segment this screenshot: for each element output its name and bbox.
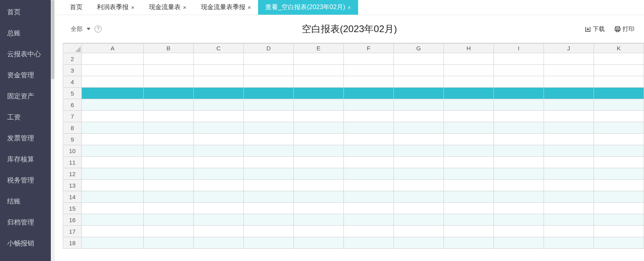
cell-D8[interactable] (243, 122, 293, 134)
cell-B11[interactable] (143, 157, 193, 168)
cell-G17[interactable] (393, 226, 443, 237)
cell-E9[interactable] (293, 134, 343, 145)
cell-C13[interactable] (193, 180, 243, 191)
cell-G12[interactable] (393, 168, 443, 180)
cell-G10[interactable] (393, 145, 443, 157)
cell-H5[interactable] (443, 88, 494, 99)
cell-E11[interactable] (293, 157, 343, 168)
cell-I14[interactable] (494, 191, 544, 203)
cell-G13[interactable] (393, 180, 443, 191)
row-header-6[interactable]: 6 (63, 99, 82, 111)
cell-B16[interactable] (143, 214, 193, 226)
cell-D14[interactable] (243, 191, 293, 203)
cell-K8[interactable] (594, 122, 644, 134)
cell-E2[interactable] (293, 53, 343, 65)
cell-I3[interactable] (494, 65, 544, 76)
cell-F13[interactable] (343, 180, 393, 191)
cell-A10[interactable] (82, 145, 144, 157)
cell-G8[interactable] (393, 122, 443, 134)
cell-K9[interactable] (594, 134, 644, 145)
cell-K5[interactable] (594, 88, 644, 99)
cell-E7[interactable] (293, 111, 343, 122)
cell-I9[interactable] (494, 134, 544, 145)
sidebar-item-9[interactable]: 结账 (0, 191, 51, 212)
cell-G6[interactable] (393, 99, 443, 111)
cell-I15[interactable] (494, 203, 544, 214)
cell-H18[interactable] (443, 237, 494, 249)
cell-E4[interactable] (293, 76, 343, 88)
sidebar-item-3[interactable]: 资金管理 (0, 65, 51, 86)
select-all-corner[interactable] (63, 44, 82, 53)
column-header-G[interactable]: G (393, 44, 443, 53)
cell-J15[interactable] (544, 203, 594, 214)
cell-D11[interactable] (243, 157, 293, 168)
column-header-H[interactable]: H (443, 44, 494, 53)
cell-J16[interactable] (544, 214, 594, 226)
cell-B6[interactable] (143, 99, 193, 111)
tab-0[interactable]: 首页 (63, 0, 90, 15)
cell-I16[interactable] (494, 214, 544, 226)
cell-C11[interactable] (193, 157, 243, 168)
sidebar-item-10[interactable]: 归档管理 (0, 212, 51, 233)
cell-E10[interactable] (293, 145, 343, 157)
cell-D18[interactable] (243, 237, 293, 249)
sidebar-item-11[interactable]: 小畅报销 (0, 233, 51, 254)
column-header-J[interactable]: J (544, 44, 594, 53)
row-header-5[interactable]: 5 (63, 88, 82, 99)
cell-D2[interactable] (243, 53, 293, 65)
row-header-18[interactable]: 18 (63, 237, 82, 249)
close-icon[interactable]: × (248, 4, 251, 11)
cell-A2[interactable] (82, 53, 144, 65)
cell-G15[interactable] (393, 203, 443, 214)
cell-K10[interactable] (594, 145, 644, 157)
column-header-D[interactable]: D (243, 44, 293, 53)
cell-J10[interactable] (544, 145, 594, 157)
sidebar-scroll-thumb[interactable] (51, 0, 54, 79)
cell-K17[interactable] (594, 226, 644, 237)
cell-K13[interactable] (594, 180, 644, 191)
cell-I10[interactable] (494, 145, 544, 157)
cell-I7[interactable] (494, 111, 544, 122)
cell-D4[interactable] (243, 76, 293, 88)
cell-C4[interactable] (193, 76, 243, 88)
cell-B10[interactable] (143, 145, 193, 157)
cell-E3[interactable] (293, 65, 343, 76)
cell-E12[interactable] (293, 168, 343, 180)
cell-A4[interactable] (82, 76, 144, 88)
cell-A12[interactable] (82, 168, 144, 180)
print-button[interactable]: 打印 (614, 25, 634, 33)
cell-A18[interactable] (82, 237, 144, 249)
cell-C2[interactable] (193, 53, 243, 65)
cell-I13[interactable] (494, 180, 544, 191)
close-icon[interactable]: × (183, 4, 187, 11)
cell-F7[interactable] (343, 111, 393, 122)
close-icon[interactable]: × (347, 4, 351, 11)
cell-A9[interactable] (82, 134, 144, 145)
cell-C8[interactable] (193, 122, 243, 134)
cell-G14[interactable] (393, 191, 443, 203)
cell-F14[interactable] (343, 191, 393, 203)
cell-J3[interactable] (544, 65, 594, 76)
cell-A3[interactable] (82, 65, 144, 76)
cell-K7[interactable] (594, 111, 644, 122)
cell-J8[interactable] (544, 122, 594, 134)
cell-J6[interactable] (544, 99, 594, 111)
cell-F3[interactable] (343, 65, 393, 76)
cell-B17[interactable] (143, 226, 193, 237)
cell-D3[interactable] (243, 65, 293, 76)
cell-I4[interactable] (494, 76, 544, 88)
cell-J14[interactable] (544, 191, 594, 203)
cell-B15[interactable] (143, 203, 193, 214)
sidebar-item-4[interactable]: 固定资产 (0, 86, 51, 107)
cell-B4[interactable] (143, 76, 193, 88)
cell-I18[interactable] (494, 237, 544, 249)
close-icon[interactable]: × (131, 4, 135, 11)
cell-A7[interactable] (82, 111, 144, 122)
cell-C7[interactable] (193, 111, 243, 122)
cell-C5[interactable] (193, 88, 243, 99)
cell-K3[interactable] (594, 65, 644, 76)
sidebar-item-0[interactable]: 首页 (0, 2, 51, 23)
cell-D15[interactable] (243, 203, 293, 214)
cell-H4[interactable] (443, 76, 494, 88)
cell-A17[interactable] (82, 226, 144, 237)
